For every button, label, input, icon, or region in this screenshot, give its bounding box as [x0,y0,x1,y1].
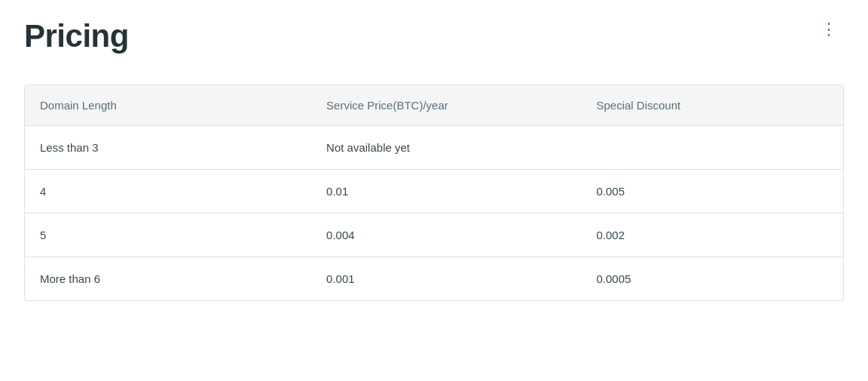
cell-domain-length: 4 [25,170,311,214]
page-container: Pricing ⋮ Domain Length Service Price(BT… [0,0,868,319]
table-row: Less than 3Not available yet [25,126,843,170]
cell-special-discount: 0.005 [581,170,843,214]
column-header-domain-length: Domain Length [25,85,311,126]
cell-service-price: Not available yet [311,126,581,170]
cell-domain-length: Less than 3 [25,126,311,170]
more-options-button[interactable]: ⋮ [815,18,844,41]
table-body: Less than 3Not available yet40.010.00550… [25,126,843,301]
table-row: More than 60.0010.0005 [25,257,843,301]
pricing-table: Domain Length Service Price(BTC)/year Sp… [25,85,843,300]
table-row: 40.010.005 [25,170,843,214]
table-header: Domain Length Service Price(BTC)/year Sp… [25,85,843,126]
cell-service-price: 0.01 [311,170,581,214]
cell-special-discount: 0.002 [581,214,843,257]
page-title: Pricing [24,18,129,54]
table-header-row: Domain Length Service Price(BTC)/year Sp… [25,85,843,126]
pricing-table-wrapper: Domain Length Service Price(BTC)/year Sp… [24,84,844,301]
table-row: 50.0040.002 [25,214,843,257]
header: Pricing ⋮ [24,18,844,54]
cell-special-discount [581,126,843,170]
cell-service-price: 0.001 [311,257,581,301]
cell-special-discount: 0.0005 [581,257,843,301]
column-header-service-price: Service Price(BTC)/year [311,85,581,126]
cell-domain-length: More than 6 [25,257,311,301]
cell-service-price: 0.004 [311,214,581,257]
column-header-special-discount: Special Discount [581,85,843,126]
cell-domain-length: 5 [25,214,311,257]
